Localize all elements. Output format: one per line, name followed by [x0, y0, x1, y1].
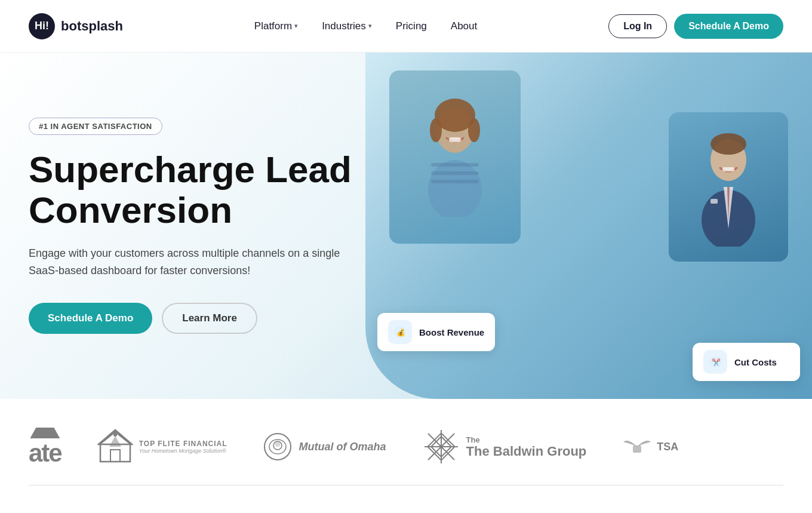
- hero-images: 💰 Boost Revenue ✂️ Cut Costs: [365, 53, 812, 399]
- top-flite-sub: Your Hometown Mortgage Solution®: [139, 448, 227, 454]
- logo[interactable]: Hi! botsplash: [29, 13, 123, 39]
- svg-rect-6: [431, 163, 479, 167]
- logo-mutual-of-omaha: Mutual of Omaha: [263, 432, 386, 461]
- nav-actions: Log In Schedule A Demo: [608, 14, 783, 39]
- svg-point-26: [275, 442, 281, 447]
- mutual-of-omaha-label: Mutual of Omaha: [299, 441, 386, 453]
- nav-links: Platform ▾ Industries ▾ Pricing About: [245, 16, 487, 37]
- tsa-wings-icon: [622, 435, 652, 459]
- man-silhouette: [669, 112, 788, 262]
- svg-rect-11: [722, 167, 734, 171]
- woman-silhouette: [389, 70, 521, 244]
- svg-point-3: [468, 118, 480, 142]
- hero-person-man: [669, 112, 788, 262]
- hero-buttons: Schedule A Demo Learn More: [29, 303, 352, 334]
- logo-baldwin-group: The The Baldwin Group: [422, 428, 587, 466]
- boost-revenue-card: 💰 Boost Revenue: [377, 313, 495, 351]
- svg-rect-7: [431, 171, 479, 175]
- logo-top-flite-financial: TOP FLITE FINANCIAL Your Hometown Mortga…: [97, 429, 227, 465]
- svg-rect-33: [633, 446, 641, 453]
- svg-point-5: [428, 160, 482, 217]
- cut-costs-icon: ✂️: [703, 350, 727, 374]
- cut-costs-label: Cut Costs: [734, 357, 777, 367]
- logos-track: ate TOP FLITE FINANCIAL Your Hometown Mo…: [29, 428, 783, 466]
- hero-title: Supercharge Lead Conversion: [29, 149, 352, 231]
- svg-rect-13: [710, 199, 718, 204]
- top-flite-title: TOP FLITE FINANCIAL: [139, 440, 227, 448]
- logo-text: botsplash: [61, 19, 123, 34]
- svg-point-10: [710, 133, 746, 155]
- hero-content: #1 IN AGENT SATISFACTION Supercharge Lea…: [0, 82, 380, 370]
- svg-point-2: [430, 118, 442, 142]
- logo-ate: ate: [29, 428, 61, 466]
- hero-subtitle: Engage with your customers across multip…: [29, 245, 351, 279]
- logos-section: ate TOP FLITE FINANCIAL Your Hometown Mo…: [0, 399, 812, 485]
- logo-symbol: Hi!: [35, 20, 49, 32]
- top-flite-house-icon: [97, 429, 133, 465]
- mutual-omaha-lion-icon: [263, 432, 292, 461]
- hero-person-woman: [389, 70, 521, 244]
- nav-platform[interactable]: Platform ▾: [245, 16, 307, 37]
- bottom-divider: [29, 485, 783, 486]
- nav-industries[interactable]: Industries ▾: [312, 16, 382, 37]
- logo-tsa: TSA: [622, 435, 678, 459]
- navbar: Hi! botsplash Platform ▾ Industries ▾ Pr…: [0, 0, 812, 53]
- chevron-down-icon: ▾: [368, 22, 372, 30]
- svg-rect-8: [431, 180, 479, 183]
- baldwin-label: The Baldwin Group: [466, 445, 587, 458]
- svg-marker-22: [109, 436, 121, 447]
- schedule-demo-hero-button[interactable]: Schedule A Demo: [29, 303, 152, 334]
- agent-satisfaction-badge: #1 IN AGENT SATISFACTION: [29, 118, 162, 135]
- hero-section: #1 IN AGENT SATISFACTION Supercharge Lea…: [0, 53, 812, 399]
- nav-about[interactable]: About: [441, 16, 487, 37]
- nav-pricing[interactable]: Pricing: [386, 16, 436, 37]
- learn-more-button[interactable]: Learn More: [162, 303, 257, 334]
- svg-text:💰: 💰: [396, 328, 405, 337]
- svg-rect-20: [110, 450, 120, 462]
- baldwin-group-icon: [422, 428, 460, 466]
- cut-costs-card: ✂️ Cut Costs: [693, 343, 800, 381]
- login-button[interactable]: Log In: [608, 14, 667, 38]
- svg-rect-4: [449, 137, 461, 142]
- svg-text:✂️: ✂️: [712, 358, 721, 367]
- boost-revenue-icon: 💰: [388, 320, 412, 344]
- tsa-label: TSA: [657, 441, 678, 453]
- chevron-down-icon: ▾: [294, 22, 298, 30]
- boost-revenue-label: Boost Revenue: [419, 327, 484, 337]
- logo-icon: Hi!: [29, 13, 55, 39]
- schedule-demo-nav-button[interactable]: Schedule A Demo: [674, 14, 783, 39]
